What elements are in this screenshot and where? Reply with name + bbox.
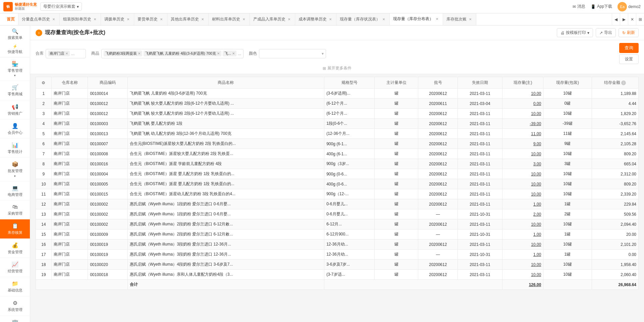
- sidebar-item-base[interactable]: 📁 基础信息: [0, 277, 30, 296]
- tab-other-out[interactable]: 其他出库单历史 ✕: [167, 13, 209, 25]
- tab-prod-in[interactable]: 产成品入库单历史 ✕: [250, 13, 295, 25]
- warehouse-tag-close[interactable]: ✕: [65, 52, 68, 55]
- marketing-icon: 📢: [12, 104, 18, 110]
- sidebar-item-retail[interactable]: 🏪 零售管理 ▾: [0, 57, 30, 81]
- sidebar-item-stats[interactable]: 📊 零售统计: [0, 139, 30, 158]
- app-download-btn[interactable]: 📱 App下载: [591, 4, 612, 9]
- color-input[interactable]: ▾: [259, 49, 326, 58]
- export-btn[interactable]: ↗ 导出: [596, 28, 616, 37]
- table-cell[interactable]: 10.00: [502, 219, 543, 229]
- user-avatar[interactable]: Ea demo2: [618, 2, 641, 11]
- table-cell[interactable]: 9.00: [502, 139, 543, 149]
- refresh-btn[interactable]: ↻ 刷新: [619, 28, 639, 37]
- table-cell[interactable]: 3.00: [502, 159, 543, 169]
- filter-expand-row[interactable]: ⊞ 展开更多条件: [36, 64, 639, 71]
- table-cell[interactable]: 10.00: [502, 189, 543, 199]
- tab-mix-close[interactable]: ✕: [126, 17, 130, 22]
- tab-batch-account[interactable]: 库存批次账 ✕: [443, 13, 476, 25]
- sidebar-item-retail-mall[interactable]: 🛒 零售商城: [0, 81, 30, 100]
- settings-btn[interactable]: 设置: [619, 54, 639, 64]
- tab-mat-out-close[interactable]: ✕: [241, 17, 246, 22]
- sidebar-item-ecommerce[interactable]: 💻 电商管理: [0, 181, 30, 201]
- product-tag-1-close[interactable]: ✕: [138, 52, 141, 55]
- table-cell[interactable]: 10.00: [502, 109, 543, 119]
- table-cell[interactable]: 2.00: [502, 209, 543, 219]
- print-icon: 🖨: [560, 31, 565, 35]
- table-cell[interactable]: 10.00: [502, 89, 543, 99]
- tab-prev-btn[interactable]: ◀: [612, 13, 620, 25]
- download-icon: 📱: [591, 4, 596, 9]
- sidebar-item-enterprise[interactable]: 🏢 企业协同: [0, 316, 30, 322]
- table-cell[interactable]: 10.00: [502, 149, 543, 159]
- print-btn[interactable]: 🖨 按模板打印 ▾: [557, 28, 593, 37]
- th-stock-main: 现存量(主): [502, 77, 543, 89]
- tab-other-out-close[interactable]: ✕: [200, 17, 205, 22]
- tab-home[interactable]: 首页: [3, 13, 18, 25]
- table-cell[interactable]: 10.00: [502, 260, 543, 270]
- ecommerce-icon: 💻: [12, 185, 18, 191]
- product-tag-3-close[interactable]: ✕: [232, 52, 235, 55]
- tab-stock-dist[interactable]: 现存量（库存分布表） ✕: [390, 13, 443, 25]
- footer-stock-total[interactable]: 126.00: [502, 280, 543, 290]
- sidebar-quick-nav-btn[interactable]: ⚡ 快捷导航: [0, 43, 30, 57]
- tab-next-btn[interactable]: ▶: [620, 13, 628, 25]
- sidebar-item-finance[interactable]: 💰 资金管理: [0, 239, 30, 258]
- tab-batch-account-close[interactable]: ✕: [468, 17, 473, 22]
- table-cell: 1段(0-6个...: [324, 119, 375, 129]
- table-cell[interactable]: 11.00: [502, 129, 543, 139]
- tab-prod-in-close[interactable]: ✕: [287, 17, 291, 22]
- sidebar-search-btn[interactable]: 🔍 搜索英单: [0, 25, 30, 43]
- table-row: 12南岸门店00100002惠氏启赋（Wyeth illuma）1段奶粉 爱尔兰…: [36, 199, 639, 209]
- warehouse-input[interactable]: 南岸门店 ✕ ...: [46, 49, 86, 58]
- sidebar-item-system[interactable]: ⚙ 系统管理: [0, 297, 30, 316]
- tab-mix[interactable]: 调拨单历史 ✕: [101, 13, 134, 25]
- tab-stock-dist-close[interactable]: ✕: [435, 17, 439, 21]
- account-selector[interactable]: 母婴行业演示账套 ▾: [40, 2, 82, 11]
- tab-req-close[interactable]: ✕: [159, 17, 164, 22]
- table-footer-row: 合计 126.00 26,968.64: [36, 280, 639, 290]
- tab-split[interactable]: 分量盘点单历史 ✕: [18, 13, 60, 25]
- query-btn[interactable]: 查询: [619, 43, 639, 53]
- table-cell: 2,101.20: [592, 239, 638, 250]
- table-cell: 惠氏启赋（Wyeth illuma）亲和人体儿童配方奶粉4段（3...: [127, 270, 324, 280]
- tab-dismantle-close[interactable]: ✕: [93, 17, 97, 22]
- table-cell: 2021-03-11: [458, 219, 502, 229]
- sidebar-item-wholesale[interactable]: 📦 批发管理 ▾: [0, 158, 30, 181]
- table-cell[interactable]: 1.00: [502, 199, 543, 209]
- tab-cost[interactable]: 成本调整单历史 ✕: [295, 13, 336, 25]
- tab-stock-status[interactable]: 现存量（库存状况表） ✕: [336, 13, 390, 25]
- table-cell[interactable]: 1.00: [502, 229, 543, 239]
- table-cell: 00100004: [88, 169, 127, 179]
- sidebar-item-ops[interactable]: 📈 经营管理: [0, 258, 30, 277]
- tab-split-close[interactable]: ✕: [51, 17, 56, 22]
- tab-mat-out[interactable]: 材料出库单历史 ✕: [209, 13, 250, 25]
- warehouse-filter: 合库 南岸门店 ✕ ...: [36, 49, 86, 58]
- table-cell[interactable]: 0.00: [502, 99, 543, 109]
- sidebar-item-inventory[interactable]: 📋 库存核算: [0, 219, 30, 238]
- expand-btn[interactable]: ›: [36, 30, 42, 36]
- th-settings[interactable]: ⚙: [36, 77, 52, 89]
- table-cell[interactable]: 10.00: [502, 179, 543, 189]
- table-cell[interactable]: 10.00: [502, 169, 543, 179]
- sidebar-item-purchase[interactable]: 🛍 采购管理: [0, 201, 30, 219]
- table-cell[interactable]: 10.00: [502, 270, 543, 280]
- table-cell: 2021-03-11: [458, 159, 502, 169]
- sidebar-item-member[interactable]: 👤 会员中心: [0, 119, 30, 139]
- table-cell[interactable]: 1.00: [502, 250, 543, 260]
- message-btn[interactable]: ✉ 消息: [573, 4, 585, 9]
- tab-stock-status-close[interactable]: ✕: [381, 17, 386, 22]
- tab-dismantle[interactable]: 组装拆卸单历史 ✕: [60, 13, 101, 25]
- product-input[interactable]: 飞鹤奶粉3段两提装 ✕ 飞鹤星飞帆 儿童奶粉 4段(3-6岁适用) 700克 ✕…: [101, 49, 244, 58]
- table-cell: 罐: [375, 119, 418, 129]
- tab-expand-btn[interactable]: ⊞: [636, 13, 644, 25]
- table-cell[interactable]: 10.00: [502, 239, 543, 250]
- tab-cost-close[interactable]: ✕: [328, 17, 333, 22]
- table-cell[interactable]: -39.00: [502, 119, 543, 129]
- sidebar-item-marketing[interactable]: 📢 营销推广: [0, 100, 30, 119]
- product-tag-2-close[interactable]: ✕: [217, 52, 220, 55]
- table-cell: 南岸门店: [51, 239, 88, 250]
- table-cell: 南岸门店: [51, 139, 88, 149]
- balance-info-icon[interactable]: i: [621, 80, 626, 85]
- tab-close-all-btn[interactable]: ✕: [628, 13, 636, 25]
- tab-req[interactable]: 要货单历史 ✕: [134, 13, 167, 25]
